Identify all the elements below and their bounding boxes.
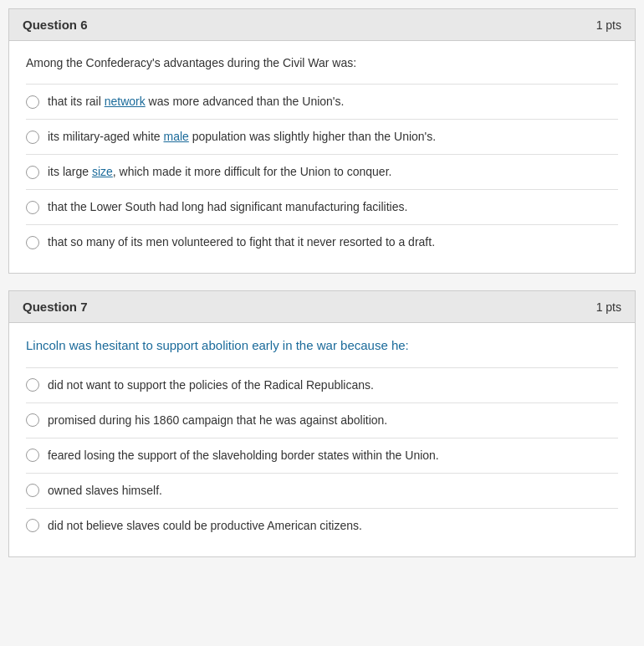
list-item: did not believe slaves could be producti… xyxy=(26,508,618,543)
question-6-pts: 1 pts xyxy=(596,18,621,32)
male-link[interactable]: male xyxy=(164,130,189,143)
list-item: feared losing the support of the slaveho… xyxy=(26,438,618,473)
question-6-header: Question 6 1 pts xyxy=(9,9,635,41)
network-link[interactable]: network xyxy=(105,95,146,108)
question-7-title: Question 7 xyxy=(23,300,88,314)
radio-q6-opt5[interactable] xyxy=(26,236,39,249)
question-6-card: Question 6 1 pts Among the Confederacy's… xyxy=(8,8,636,274)
question-7-header: Question 7 1 pts xyxy=(9,291,635,323)
radio-q6-opt1[interactable] xyxy=(26,95,39,109)
size-link[interactable]: size xyxy=(92,165,113,178)
radio-q7-opt2[interactable] xyxy=(26,413,39,427)
list-item: its military-aged white male population … xyxy=(26,119,618,154)
option-text: that the Lower South had long had signif… xyxy=(48,198,407,216)
option-text: its military-aged white male population … xyxy=(48,128,436,146)
radio-q7-opt4[interactable] xyxy=(26,484,39,497)
question-7-text: Lincoln was hesitant to support abolitio… xyxy=(26,336,618,356)
question-7-card: Question 7 1 pts Lincoln was hesitant to… xyxy=(8,290,636,557)
question-7-options: did not want to support the policies of … xyxy=(26,367,618,543)
question-7-body: Lincoln was hesitant to support abolitio… xyxy=(9,323,635,556)
list-item: did not want to support the policies of … xyxy=(26,367,618,402)
option-text: that its rail network was more advanced … xyxy=(48,93,344,110)
option-text: did not believe slaves could be producti… xyxy=(48,517,362,535)
list-item: that so many of its men volunteered to f… xyxy=(26,224,618,259)
option-text: did not want to support the policies of … xyxy=(48,377,374,394)
option-text: promised during his 1860 campaign that h… xyxy=(48,412,387,429)
question-6-body: Among the Confederacy's advantages durin… xyxy=(9,41,635,273)
option-text: its large size, which made it more diffi… xyxy=(48,163,391,181)
radio-q6-opt3[interactable] xyxy=(26,166,39,179)
question-6-text: Among the Confederacy's advantages durin… xyxy=(26,54,618,72)
option-text: that so many of its men volunteered to f… xyxy=(48,233,435,251)
list-item: owned slaves himself. xyxy=(26,473,618,508)
radio-q7-opt3[interactable] xyxy=(26,449,39,462)
question-6-options: that its rail network was more advanced … xyxy=(26,84,618,259)
option-text: owned slaves himself. xyxy=(48,482,162,500)
list-item: promised during his 1860 campaign that h… xyxy=(26,402,618,438)
list-item: that the Lower South had long had signif… xyxy=(26,189,618,224)
option-text: feared losing the support of the slaveho… xyxy=(48,447,439,464)
radio-q6-opt2[interactable] xyxy=(26,131,39,144)
list-item: that its rail network was more advanced … xyxy=(26,84,618,119)
radio-q6-opt4[interactable] xyxy=(26,201,39,214)
radio-q7-opt5[interactable] xyxy=(26,519,39,532)
list-item: its large size, which made it more diffi… xyxy=(26,154,618,189)
radio-q7-opt1[interactable] xyxy=(26,378,39,392)
question-7-pts: 1 pts xyxy=(596,300,621,314)
question-6-title: Question 6 xyxy=(23,18,88,32)
